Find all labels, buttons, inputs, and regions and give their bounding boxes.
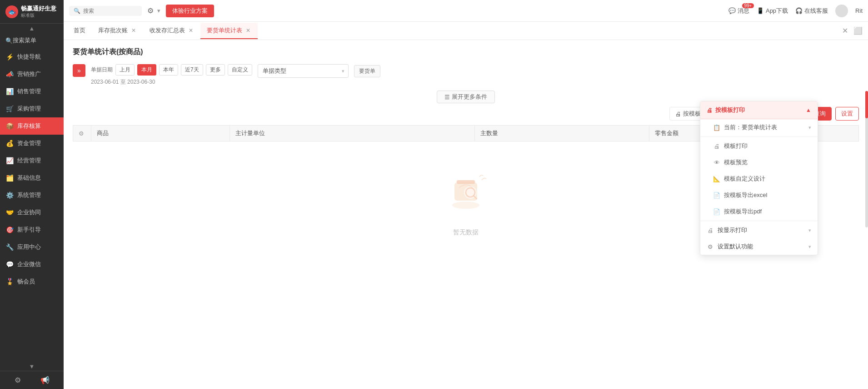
tabs-actions: ✕ ⬜ [840,25,864,36]
print-template-design-btn[interactable]: 📐 模板自定义设计 [700,171,818,187]
messages-btn[interactable]: 💬 消息 99+ [728,7,749,15]
trial-btn[interactable]: 体验行业方案 [166,5,214,17]
page-title: 要货单统计表(按商品) [73,47,859,57]
sidebar: 🐟 畅赢通好生意 标准版 ▲ 🔍 搜索菜单 ⚡ 快捷导航 📣 营销推广 📊 销售… [0,0,64,389]
tab-close-order-stats[interactable]: ✕ [245,28,251,33]
tab-home[interactable]: 首页 [67,23,92,39]
sidebar-item-operations[interactable]: 📈 经营管理 [0,152,64,169]
expand-more-button[interactable]: ☰ 展开更多条件 [437,91,495,103]
date-btn-more[interactable]: 更多 [206,64,225,76]
display-print-btn[interactable]: 🖨 按显示打印 ▾ [700,222,818,238]
tab-order-stats[interactable]: 要货单统计表 ✕ [200,23,258,39]
right-scrollbar-thumb[interactable] [865,91,868,118]
goods-tag[interactable]: 要货单 [354,65,380,77]
inventory-icon: 📦 [5,122,14,130]
doc-type-select[interactable]: 单据类型 ▾ [258,64,349,78]
sidebar-nav: ⚡ 快捷导航 📣 营销推广 📊 销售管理 🛒 采购管理 📦 库存核算 💰 资金管… [0,48,64,362]
purchase-icon: 🛒 [5,105,14,113]
sidebar-speaker-icon[interactable]: 📢 [40,376,50,384]
topbar-search-box[interactable]: 🔍 [69,6,142,16]
sidebar-item-member[interactable]: 🎖️ 畅会员 [0,273,64,290]
doc-type-filter: 单据类型 ▾ [258,64,349,78]
sidebar-item-apps[interactable]: 🔧 应用中心 [0,238,64,256]
filter-expand-btn[interactable]: » [73,64,85,77]
member-icon: 🎖️ [5,278,14,286]
display-print-icon: 🖨 [707,227,714,234]
date-btn-this-month[interactable]: 本月 [137,64,156,76]
sidebar-scroll-down[interactable]: ▼ [0,362,64,371]
tab-close-batch-account[interactable]: ✕ [130,28,137,33]
current-template-icon: 📋 [713,124,720,131]
app-download-btn[interactable]: 📱 App下载 [757,7,788,15]
sidebar-item-wechat[interactable]: 💬 企业微信 [0,256,64,273]
sidebar-item-quick-nav[interactable]: ⚡ 快捷导航 [0,48,64,66]
display-print-arrow: ▾ [808,227,811,233]
date-btn-7days[interactable]: 近7天 [181,64,203,76]
settings-btn[interactable]: 设置 [835,107,859,121]
date-buttons-row: 单据日期 上月 本月 本年 近7天 更多 自定义 [91,64,252,76]
apps-icon: 🔧 [5,243,14,251]
tab-close-receipt-summary[interactable]: ✕ [188,28,194,33]
app-icon: 📱 [757,7,764,14]
table-col-quantity: 主数量 [475,126,649,141]
tab-close-all-btn[interactable]: ✕ [840,25,850,36]
sidebar-scroll-up[interactable]: ▲ [0,24,64,33]
quick-nav-icon: ⚡ [5,53,14,61]
print-dropdown-close-icon[interactable]: ▲ [806,107,811,113]
print-dropdown-icon: 🖨 [707,107,713,114]
right-scrollbar[interactable] [865,91,868,227]
tab-batch-account[interactable]: 库存批次账 ✕ [92,23,143,39]
main-content: 🔍 ⚙ ▾ 体验行业方案 💬 消息 99+ 📱 App下载 🎧 在线客服 Rit [64,0,868,389]
date-filter-group: 单据日期 上月 本月 本年 近7天 更多 自定义 2023-06-01 至 20… [91,64,252,86]
current-template-arrow: ▾ [808,125,811,131]
print-template-excel-btn[interactable]: 📄 按模板导出excel [700,187,818,203]
username-label: Rit [855,7,863,14]
print-dropdown-header[interactable]: 🖨 按模板打印 ▲ [700,101,818,119]
expand-more-icon: ☰ [444,94,450,101]
date-btn-custom[interactable]: 自定义 [228,64,252,76]
sidebar-item-finance[interactable]: 💰 资金管理 [0,135,64,152]
sidebar-item-system[interactable]: ⚙️ 系统管理 [0,187,64,204]
date-btn-prev-month[interactable]: 上月 [115,64,135,76]
set-default-btn[interactable]: ⚙ 设置默认功能 ▾ [700,238,818,255]
topbar-settings-icon[interactable]: ⚙ [147,6,154,15]
table-col-settings-icon[interactable]: ⚙ [79,130,84,137]
topbar-right: 💬 消息 99+ 📱 App下载 🎧 在线客服 Rit [728,5,863,17]
print-template-pdf-btn[interactable]: 📄 按模板导出pdf [700,203,818,220]
logo-icon: 🐟 [5,5,18,18]
sidebar-logo: 🐟 畅赢通好生意 标准版 [0,0,64,24]
sidebar-item-marketing[interactable]: 📣 营销推广 [0,66,64,83]
table-settings-col[interactable]: ⚙ [73,126,91,141]
print-template-print-btn[interactable]: 🖨 模板打印 [700,138,818,154]
print-current-template[interactable]: 📋 当前：要货单统计表 ▾ [700,119,818,136]
topbar-chevron-icon[interactable]: ▾ [157,7,160,14]
goods-filter: 要货单 [354,65,380,77]
sidebar-settings-icon[interactable]: ⚙ [15,376,21,384]
guide-icon: 🎯 [5,226,14,234]
tab-receipt-summary[interactable]: 收发存汇总表 ✕ [143,23,200,39]
table-col-unit: 主计量单位 [230,126,475,141]
collab-icon: 🤝 [5,208,14,217]
sidebar-item-sales[interactable]: 📊 销售管理 [0,83,64,100]
topbar-search-input[interactable] [83,8,129,14]
print-template-preview-btn[interactable]: 👁 模板预览 [700,154,818,171]
user-avatar[interactable] [835,5,848,17]
messages-badge: 99+ [742,3,754,8]
page-area: 要货单统计表(按商品) » 单据日期 上月 本月 本年 近7天 更多 自定义 [64,40,868,389]
sidebar-item-guide[interactable]: 🎯 新手引导 [0,221,64,238]
basic-icon: 🗂️ [5,174,14,182]
table-col-goods: 商品 [91,126,230,141]
marketing-icon: 📣 [5,70,14,78]
empty-text: 暂无数据 [453,228,479,237]
sidebar-item-purchase[interactable]: 🛒 采购管理 [0,100,64,117]
print-icon: 🖨 [675,111,681,117]
sidebar-item-inventory[interactable]: 📦 库存核算 [0,117,64,135]
online-service-btn[interactable]: 🎧 在线客服 [795,7,828,15]
sidebar-item-basic[interactable]: 🗂️ 基础信息 [0,169,64,187]
sidebar-item-collab[interactable]: 🤝 企业协同 [0,204,64,221]
sidebar-search[interactable]: 🔍 搜索菜单 [0,33,64,48]
date-btn-this-year[interactable]: 本年 [159,64,178,76]
tab-maximize-btn[interactable]: ⬜ [852,25,864,36]
finance-icon: 💰 [5,139,14,147]
logo-text: 畅赢通好生意 标准版 [21,5,56,19]
